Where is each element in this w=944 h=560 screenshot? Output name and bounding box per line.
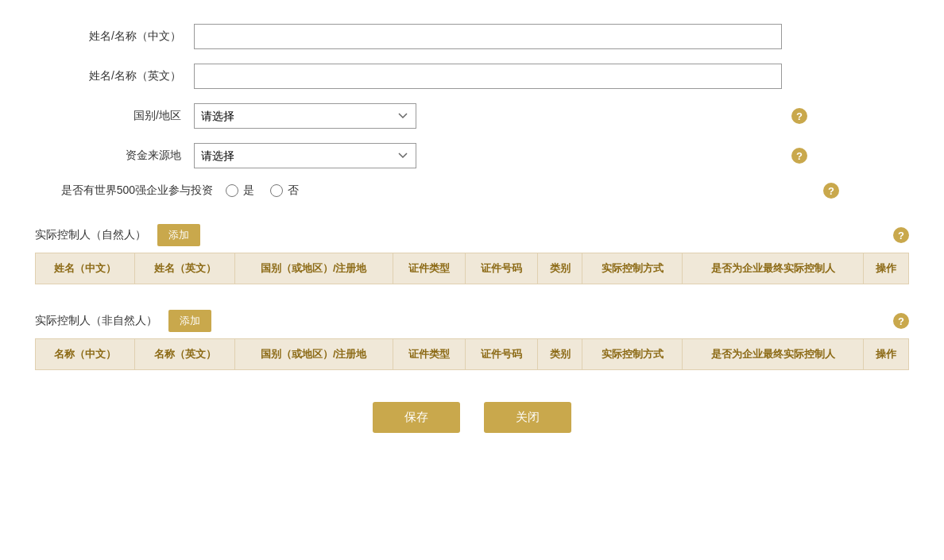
name-en-input[interactable]	[194, 64, 782, 89]
save-button[interactable]: 保存	[373, 402, 460, 433]
name-en-control	[194, 64, 782, 89]
fortune500-row: 是否有世界500强企业参与投资 是 否 ?	[35, 183, 909, 199]
natural-col-control-method: 实际控制方式	[582, 253, 682, 284]
non-natural-table-header-row: 名称（中文） 名称（英文） 国别（或地区）/注册地 证件类型 证件号码 类别 实…	[36, 339, 909, 370]
main-container: 姓名/名称（中文） 姓名/名称（英文） 国别/地区 请选择 ? 资金来源地 请选…	[35, 24, 909, 449]
fortune500-help-icon[interactable]: ?	[823, 183, 839, 199]
non-natural-add-button[interactable]: 添加	[168, 310, 211, 332]
non-natural-section-help-icon[interactable]: ?	[893, 313, 909, 329]
fortune500-yes-option[interactable]: 是	[226, 183, 254, 198]
fortune500-no-option[interactable]: 否	[270, 183, 299, 198]
fund-source-help-icon[interactable]: ?	[791, 148, 807, 164]
natural-col-country: 国别（或地区）/注册地	[234, 253, 393, 284]
fortune500-label: 是否有世界500强企业参与投资	[35, 183, 226, 198]
name-cn-input[interactable]	[194, 24, 782, 49]
name-cn-row: 姓名/名称（中文）	[35, 24, 909, 49]
natural-section-help-icon[interactable]: ?	[893, 227, 909, 243]
fund-source-row: 资金来源地 请选择 ?	[35, 143, 909, 168]
non-natural-col-cert-type: 证件类型	[393, 339, 465, 370]
non-natural-col-name-en: 名称（英文）	[135, 339, 234, 370]
natural-table-header-row: 姓名（中文） 姓名（英文） 国别（或地区）/注册地 证件类型 证件号码 类别 实…	[36, 253, 909, 284]
country-row: 国别/地区 请选择 ?	[35, 103, 909, 129]
non-natural-section-header: 实际控制人（非自然人） 添加 ?	[35, 303, 909, 338]
fund-source-label: 资金来源地	[35, 149, 194, 163]
fortune500-yes-radio[interactable]	[226, 184, 238, 197]
fund-source-control: 请选择	[194, 143, 782, 168]
name-en-label: 姓名/名称（英文）	[35, 69, 194, 83]
non-natural-section-left: 实际控制人（非自然人） 添加	[35, 310, 211, 332]
fortune500-radio-group: 是 否	[226, 183, 814, 198]
natural-section-title: 实际控制人（自然人）	[35, 228, 146, 242]
natural-col-name-en: 姓名（英文）	[135, 253, 234, 284]
natural-person-table: 姓名（中文） 姓名（英文） 国别（或地区）/注册地 证件类型 证件号码 类别 实…	[35, 253, 909, 284]
country-label: 国别/地区	[35, 109, 194, 123]
country-help-icon[interactable]: ?	[791, 108, 807, 124]
non-natural-table: 名称（中文） 名称（英文） 国别（或地区）/注册地 证件类型 证件号码 类别 实…	[35, 338, 909, 370]
natural-col-cert-no: 证件号码	[465, 253, 537, 284]
country-select[interactable]: 请选择	[194, 103, 416, 129]
name-cn-label: 姓名/名称（中文）	[35, 29, 194, 44]
natural-add-button[interactable]: 添加	[157, 224, 200, 246]
fortune500-no-label: 否	[288, 183, 299, 198]
natural-col-name-cn: 姓名（中文）	[36, 253, 135, 284]
natural-section-left: 实际控制人（自然人） 添加	[35, 224, 200, 246]
non-natural-section-title: 实际控制人（非自然人）	[35, 314, 157, 328]
natural-person-section-header: 实际控制人（自然人） 添加 ?	[35, 218, 909, 253]
bottom-buttons: 保存 关闭	[35, 402, 909, 449]
close-button[interactable]: 关闭	[484, 402, 571, 433]
non-natural-col-name-cn: 名称（中文）	[36, 339, 135, 370]
country-control: 请选择	[194, 103, 782, 129]
fortune500-yes-label: 是	[243, 183, 254, 198]
fortune500-control: 是 否	[226, 183, 814, 198]
fund-source-select[interactable]: 请选择	[194, 143, 416, 168]
name-cn-control	[194, 24, 782, 49]
natural-col-is-final: 是否为企业最终实际控制人	[682, 253, 863, 284]
non-natural-col-control-method: 实际控制方式	[582, 339, 682, 370]
non-natural-col-country: 国别（或地区）/注册地	[234, 339, 393, 370]
natural-col-cert-type: 证件类型	[393, 253, 465, 284]
non-natural-col-category: 类别	[537, 339, 582, 370]
non-natural-table-wrapper: 名称（中文） 名称（英文） 国别（或地区）/注册地 证件类型 证件号码 类别 实…	[35, 338, 909, 370]
non-natural-col-is-final: 是否为企业最终实际控制人	[682, 339, 863, 370]
natural-person-table-wrapper: 姓名（中文） 姓名（英文） 国别（或地区）/注册地 证件类型 证件号码 类别 实…	[35, 253, 909, 284]
natural-col-action: 操作	[864, 253, 909, 284]
name-en-row: 姓名/名称（英文）	[35, 64, 909, 89]
non-natural-col-action: 操作	[864, 339, 909, 370]
natural-col-category: 类别	[537, 253, 582, 284]
fortune500-no-radio[interactable]	[270, 184, 283, 197]
non-natural-col-cert-no: 证件号码	[465, 339, 537, 370]
